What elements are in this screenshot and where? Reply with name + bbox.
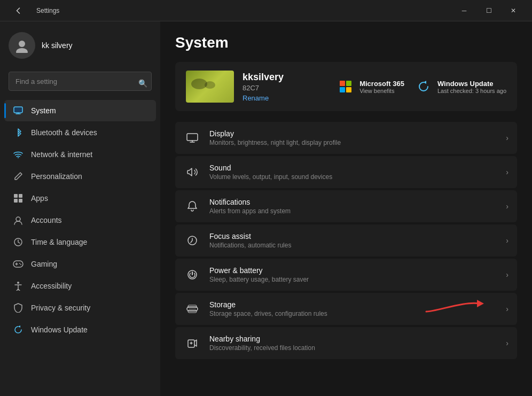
- settings-item-power[interactable]: Power & battery Sleep, battery usage, ba…: [175, 259, 517, 291]
- sidebar-item-apps[interactable]: Apps: [4, 188, 156, 209]
- settings-item-nearby[interactable]: Nearby sharing Discoverability, received…: [175, 327, 517, 359]
- user-info-card[interactable]: kksilvery 82C7 Rename Microsof: [175, 62, 517, 111]
- sidebar-item-personalization[interactable]: Personalization: [4, 166, 156, 187]
- sidebar-item-bluetooth[interactable]: Bluetooth & devices: [4, 122, 156, 143]
- sidebar-item-accounts[interactable]: Accounts: [4, 209, 156, 231]
- svg-point-8: [16, 217, 20, 221]
- minimize-button[interactable]: ─: [452, 2, 476, 19]
- sidebar-item-accessibility[interactable]: Accessibility: [4, 275, 156, 297]
- nearby-title: Nearby sharing: [209, 335, 497, 343]
- power-title: Power & battery: [209, 266, 497, 275]
- sound-text: Sound Volume levels, output, input, soun…: [209, 164, 497, 181]
- display-icon: [184, 129, 201, 146]
- user-thumbnail: [186, 71, 234, 103]
- sidebar-item-system[interactable]: System: [4, 100, 156, 121]
- sound-sub: Volume levels, output, input, sound devi…: [209, 173, 497, 181]
- user-name: kk silvery: [42, 41, 73, 50]
- time-icon: [13, 237, 24, 247]
- power-sub: Sleep, battery usage, battery saver: [209, 276, 497, 283]
- focus-icon: [184, 232, 201, 249]
- ms365-sub: View benefits: [359, 88, 404, 94]
- settings-item-storage[interactable]: Storage Storage space, drives, configura…: [175, 293, 517, 325]
- ms365-action[interactable]: Microsoft 365 View benefits: [337, 78, 404, 95]
- svg-point-0: [19, 41, 25, 47]
- power-text: Power & battery Sleep, battery usage, ba…: [209, 266, 497, 283]
- personalization-icon: [13, 171, 24, 182]
- svg-point-13: [17, 282, 19, 284]
- svg-point-11: [19, 263, 20, 264]
- app-container: kk silvery 🔍 System: [0, 21, 532, 396]
- settings-list: Display Monitors, brightness, night ligh…: [175, 122, 517, 359]
- sidebar-item-update[interactable]: Windows Update: [4, 319, 156, 340]
- svg-point-12: [20, 264, 21, 265]
- focus-text: Focus assist Notifications, automatic ru…: [209, 232, 497, 249]
- nearby-sub: Discoverability, received files location: [209, 344, 497, 352]
- settings-item-display[interactable]: Display Monitors, brightness, night ligh…: [175, 122, 517, 154]
- power-icon: [184, 266, 201, 283]
- accessibility-icon: [13, 281, 24, 291]
- svg-rect-6: [14, 199, 18, 203]
- nearby-chevron: ›: [506, 339, 508, 347]
- focus-chevron: ›: [506, 236, 508, 245]
- wu-text: Windows Update Last checked: 3 hours ago: [437, 80, 506, 94]
- close-button[interactable]: ✕: [501, 2, 526, 19]
- display-sub: Monitors, brightness, night light, displ…: [209, 139, 497, 146]
- storage-text: Storage Storage space, drives, configura…: [209, 300, 497, 317]
- maximize-button[interactable]: ☐: [476, 2, 501, 19]
- update-icon: [13, 324, 24, 335]
- bluetooth-icon: [13, 127, 24, 138]
- svg-rect-14: [187, 134, 198, 141]
- sidebar: kk silvery 🔍 System: [0, 21, 160, 396]
- main-content: System kksilvery 82C7 Rename: [160, 21, 532, 396]
- title-bar-left: Settings: [6, 2, 59, 19]
- power-chevron: ›: [506, 270, 508, 279]
- svg-rect-10: [13, 261, 23, 267]
- sidebar-item-gaming[interactable]: Gaming: [4, 253, 156, 275]
- notifications-title: Notifications: [209, 198, 497, 206]
- back-button[interactable]: [6, 2, 31, 19]
- info-card-actions: Microsoft 365 View benefits Windows Upda…: [337, 78, 506, 95]
- display-title: Display: [209, 129, 497, 138]
- sidebar-item-label-privacy: Privacy & security: [31, 304, 90, 312]
- rename-link[interactable]: Rename: [242, 94, 328, 102]
- sound-chevron: ›: [506, 168, 508, 176]
- notifications-chevron: ›: [506, 202, 508, 211]
- wu-action[interactable]: Windows Update Last checked: 3 hours ago: [415, 78, 506, 95]
- storage-title: Storage: [209, 300, 497, 309]
- card-username: kksilvery: [242, 72, 328, 83]
- system-icon: [13, 105, 24, 116]
- ms365-icon: [337, 78, 354, 95]
- sidebar-item-privacy[interactable]: Privacy & security: [4, 297, 156, 319]
- ms365-text: Microsoft 365 View benefits: [359, 80, 404, 94]
- user-profile[interactable]: kk silvery: [0, 21, 160, 67]
- card-user-id: 82C7: [242, 84, 328, 92]
- sidebar-item-time[interactable]: Time & language: [4, 231, 156, 253]
- sidebar-item-label-gaming: Gaming: [31, 260, 57, 268]
- svg-point-1: [16, 48, 28, 53]
- storage-icon: [184, 300, 201, 317]
- avatar: [9, 32, 35, 59]
- svg-point-3: [18, 157, 19, 158]
- sound-icon: [184, 164, 201, 181]
- network-icon: [13, 149, 24, 160]
- storage-sub: Storage space, drives, configuration rul…: [209, 310, 497, 317]
- search-input[interactable]: [9, 72, 152, 91]
- settings-item-notifications[interactable]: Notifications Alerts from apps and syste…: [175, 190, 517, 222]
- svg-rect-7: [19, 199, 22, 203]
- settings-item-sound[interactable]: Sound Volume levels, output, input, soun…: [175, 156, 517, 188]
- search-icon: 🔍: [138, 79, 147, 88]
- notifications-icon: [184, 198, 201, 215]
- gaming-icon: [13, 259, 24, 269]
- focus-title: Focus assist: [209, 232, 497, 240]
- nearby-icon: [184, 335, 201, 352]
- sidebar-item-label-network: Network & internet: [31, 150, 92, 159]
- sidebar-item-label-personalization: Personalization: [31, 172, 82, 181]
- sidebar-item-label-accounts: Accounts: [31, 216, 62, 224]
- notifications-text: Notifications Alerts from apps and syste…: [209, 198, 497, 215]
- sidebar-item-network[interactable]: Network & internet: [4, 144, 156, 165]
- privacy-icon: [13, 302, 24, 313]
- user-card-details: kksilvery 82C7 Rename: [242, 72, 328, 102]
- settings-item-focus[interactable]: Focus assist Notifications, automatic ru…: [175, 224, 517, 257]
- wu-icon: [415, 78, 432, 95]
- sound-title: Sound: [209, 164, 497, 172]
